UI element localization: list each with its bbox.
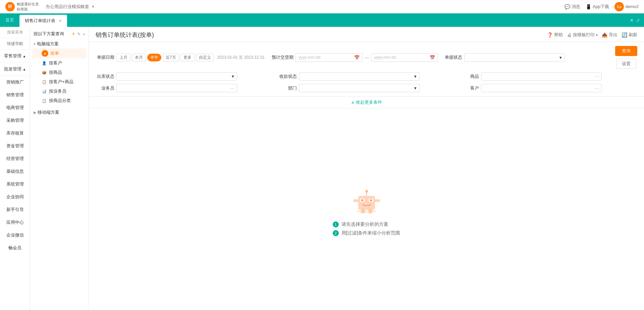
sidebar-item-vip[interactable]: 畅会员 (0, 242, 30, 254)
sidebar: 搜索菜单 快捷导航 零售管理 ▲ 批发管理 ▲ 营销推广 销售管理 电商管理 采 (0, 27, 30, 310)
customer-dots[interactable]: ··· (595, 86, 599, 91)
sidebar-item-appstore[interactable]: 应用中心 (0, 216, 30, 229)
date-dash: — (365, 55, 369, 60)
date-btn-last-month[interactable]: 上月 (116, 54, 130, 61)
sidebar-search[interactable]: 搜索菜单 (0, 27, 30, 38)
sidebar-item-sales[interactable]: 销售管理 (0, 89, 30, 101)
empty-state: 1 请先选择要分析的方案 2 用[过滤]条件来缩小分析范围 (89, 108, 644, 310)
scheme-add-btn[interactable]: + (72, 31, 75, 37)
date-btn-custom[interactable]: 自定义 (196, 54, 214, 61)
date-btn-last-7-days[interactable]: 近7天 (163, 54, 179, 61)
sidebar-quick-nav[interactable]: 快捷导航 (0, 38, 30, 50)
export-icon: 📤 (602, 32, 607, 38)
phone-icon: 📱 (586, 4, 591, 9)
payment-status-arrow: ▾ (414, 74, 417, 79)
content-area: 按以下方案查询 + ✎ « ▾ 电脑端方案 ● 按单 (30, 27, 644, 310)
scheme-edit-btn[interactable]: ✎ (77, 32, 81, 37)
sidebar-item-purchase[interactable]: 采购管理 (0, 114, 30, 127)
goods-label: 商品 (460, 73, 479, 80)
nav-retail-group: 零售管理 ▲ (0, 50, 30, 63)
scheme-item-by-customer-goods[interactable]: 📋 按客户+商品 (32, 77, 87, 87)
empty-tip-1: 1 请先选择要分析的方案 (333, 221, 400, 227)
svg-rect-1 (358, 196, 375, 209)
date-btn-this-month[interactable]: 本月 (132, 54, 146, 61)
tab-sales-order-stats[interactable]: 销售订单统计表 ✕ (19, 15, 67, 27)
sidebar-item-marketing[interactable]: 营销推广 (0, 76, 30, 89)
collapse-arrow-icon: ∧ (351, 100, 355, 105)
empty-illustration (350, 183, 383, 216)
filter-area: 单据日期 上月 本月 本年 近7天 更多 自定义 2023-01-01 至 20… (89, 42, 644, 97)
app-download-btn[interactable]: 📱 App下载 (586, 4, 609, 10)
page-header: 销售订单统计表(按单) ❓ 帮助 🖨 按模板打印 ▾ 📤 导出 (89, 27, 644, 42)
sidebar-item-ecommerce[interactable]: 电商管理 (0, 101, 30, 114)
page-title: 销售订单统计表(按单) (96, 31, 154, 39)
query-btn[interactable]: 查询 (615, 46, 637, 56)
salesperson-select[interactable]: ··· (116, 84, 237, 92)
sidebar-item-wechat[interactable]: 企业微信 (0, 229, 30, 242)
scheme-collapse-btn[interactable]: « (83, 32, 85, 37)
scheme-item-by-customer[interactable]: 👤 按客户 (32, 58, 87, 68)
sidebar-item-basics[interactable]: 基础信息 (0, 165, 30, 178)
customer-label: 客户 (460, 85, 479, 91)
scheme-item-by-goods-category[interactable]: 📋 按商品分类 (32, 96, 87, 105)
refresh-btn[interactable]: 🔄 刷新 (622, 32, 637, 38)
goods-icon: 📦 (42, 70, 47, 75)
payment-status-select[interactable]: ▾ (299, 72, 420, 81)
scheme-active-icon: ● (42, 50, 48, 57)
sidebar-item-newbie[interactable]: 新手引导 (0, 203, 30, 216)
date-range-text: 2023-01-01 至 2023-12-31 (217, 55, 265, 60)
svg-rect-9 (375, 199, 380, 202)
sidebar-item-operations[interactable]: 经营管理 (0, 152, 30, 165)
svg-rect-10 (361, 209, 365, 213)
scheme-category-mobile[interactable]: ▶ 移动端方案 (30, 108, 89, 117)
message-btn[interactable]: 💬 消息 (565, 4, 580, 10)
sidebar-item-inventory[interactable]: 库存核算 (0, 127, 30, 140)
ship-status-select[interactable]: ▾ (116, 72, 237, 81)
sidebar-item-enterprise[interactable]: 企业协同 (0, 191, 30, 203)
goods-dots[interactable]: ··· (595, 74, 599, 79)
sidebar-item-retail[interactable]: 零售管理 ▲ (0, 50, 30, 62)
scheme-category-desktop[interactable]: ▾ 电脑端方案 (30, 40, 89, 48)
scheme-item-by-goods[interactable]: 📦 按商品 (32, 68, 87, 77)
customer-select[interactable]: ··· (481, 84, 602, 92)
window-close-btn[interactable]: ✕ (630, 18, 634, 23)
sidebar-item-wholesale[interactable]: 批发管理 ▲ (0, 63, 30, 75)
help-btn[interactable]: ❓ 帮助 (547, 32, 563, 38)
date-btn-this-year[interactable]: 本年 (147, 54, 161, 61)
department-label: 部门 (278, 85, 297, 91)
message-icon: 💬 (565, 4, 570, 9)
tip1-num: 1 (333, 221, 339, 227)
empty-icon (350, 183, 383, 216)
goods-category-icon: 📋 (42, 98, 47, 103)
top-bar-left: 好 畅捷通好生意 标推版 办公用品行业模拟账套 ▾ (5, 2, 94, 11)
scheme-item-by-order[interactable]: ● 按单 (32, 48, 87, 58)
date-btn-more[interactable]: 更多 (180, 54, 195, 61)
svg-point-4 (361, 199, 363, 201)
collapse-row: ∧ 收起更多条件 (89, 97, 644, 108)
date-to-input[interactable]: yyyy-mm-dd 📅 (371, 53, 438, 62)
user-profile[interactable]: Ea demo2 (614, 2, 639, 11)
tab-close-icon[interactable]: ✕ (59, 19, 62, 23)
department-select[interactable]: ▾ (299, 84, 420, 92)
logo-text: 畅捷通好生意 标推版 (17, 2, 39, 11)
sidebar-item-system[interactable]: 系统管理 (0, 178, 30, 191)
sidebar-item-finance[interactable]: 资金管理 (0, 140, 30, 152)
logo-icon: 好 (5, 2, 15, 11)
window-maximize-btn[interactable]: ⤢ (636, 18, 640, 23)
wholesale-arrow: ▲ (23, 67, 26, 71)
order-status-select[interactable]: ▾ (464, 53, 565, 62)
collapse-btn[interactable]: ∧ 收起更多条件 (351, 99, 382, 105)
scheme-item-by-salesperson[interactable]: 📊 按业务员 (32, 87, 87, 96)
app-title-dropdown[interactable]: ▾ (92, 4, 94, 9)
svg-point-5 (370, 199, 372, 201)
tab-home[interactable]: 首页 (0, 13, 19, 27)
goods-select[interactable]: ··· (481, 72, 602, 81)
date-from-input[interactable]: yyyy-mm-dd 📅 (296, 53, 363, 62)
customer-goods-icon: 📋 (42, 79, 47, 85)
setting-btn[interactable]: 设置 (616, 59, 636, 69)
export-btn[interactable]: 📤 导出 (602, 32, 618, 38)
main-layout: 搜索菜单 快捷导航 零售管理 ▲ 批发管理 ▲ 营销推广 销售管理 电商管理 采 (0, 27, 644, 310)
cal-from-icon: 📅 (354, 55, 360, 60)
print-btn[interactable]: 🖨 按模板打印 ▾ (567, 32, 598, 38)
salesperson-dots[interactable]: ··· (230, 86, 234, 91)
